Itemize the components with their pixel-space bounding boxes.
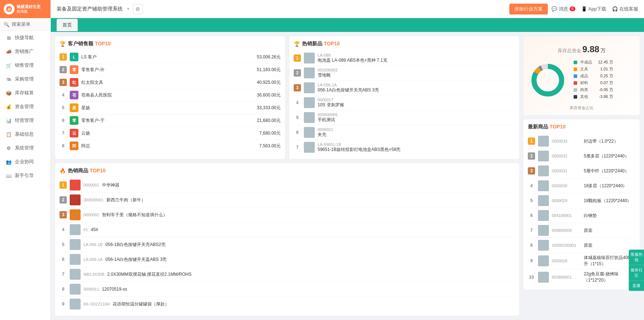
search-menu[interactable]: 🔍 搜索菜单 bbox=[0, 18, 50, 31]
float-btn-hotline[interactable]: 客服热线 bbox=[629, 250, 644, 265]
left-panel: 🏆 客户销售额 TOP10 1 L LS 客户 53,006.26元 2 零 bbox=[55, 36, 519, 316]
list-item: 6 LA-056-1A 056-1A白色按键开关盖ABS 3壳 bbox=[60, 252, 515, 267]
list-item: 7 NB2.0X30B 2.0X30MM双摆花轴.摆花直径2.1MM/ROHS bbox=[60, 267, 515, 282]
sidebar-item-system[interactable]: ⚙ 系统管理 bbox=[0, 141, 50, 155]
product-code: 0000033 bbox=[552, 139, 581, 143]
product-name: 18颗粒板（1220*2440） bbox=[584, 198, 635, 204]
product-name: 2.0X30MM双摆花轴.摆花直径2.1MM/ROHS bbox=[107, 271, 191, 278]
legend-item: 成品 0.25 万 bbox=[574, 73, 613, 79]
avatar: L bbox=[70, 53, 78, 61]
rank-number: 9 bbox=[528, 257, 535, 264]
rank-number: 6 bbox=[60, 256, 67, 263]
rank-number: 7 bbox=[60, 130, 67, 137]
sidebar-item-label: 经营管理 bbox=[15, 117, 34, 124]
float-btn-community[interactable]: 服务社区 bbox=[629, 265, 644, 281]
product-thumb bbox=[70, 299, 81, 309]
product-thumb bbox=[538, 225, 549, 236]
sidebar-item-base-info[interactable]: 📋 基础信息 bbox=[0, 127, 50, 141]
headset-icon: 🎧 bbox=[612, 6, 618, 12]
customer-ranking-card: 🏆 客户销售额 TOP10 1 L LS 客户 53,006.26元 2 零 bbox=[55, 36, 285, 159]
legend-dot bbox=[574, 95, 577, 99]
product-code: 0000030 bbox=[552, 184, 581, 188]
book-icon: 📖 bbox=[5, 172, 12, 179]
product-name: 22g鱼豆腐-烧烤味（1*12*20） bbox=[584, 271, 635, 283]
online-service-item[interactable]: 🎧 在线客服 bbox=[612, 6, 638, 12]
trophy-icon: 🏆 bbox=[294, 41, 300, 47]
megaphone-icon: 📣 bbox=[5, 48, 12, 55]
avatar: 苍 bbox=[70, 91, 78, 99]
legend-name: 肉类 bbox=[580, 87, 592, 93]
legend-value: -0.05 万 bbox=[595, 87, 613, 93]
sidebar-item-sales[interactable]: 🛒 销售管理 bbox=[0, 58, 50, 72]
customer-amount: 7,563.00元 bbox=[259, 143, 281, 149]
product-code: 000800008 bbox=[552, 228, 581, 233]
notification-item[interactable]: 💬 消息 6 bbox=[551, 6, 575, 12]
rank-number: 3 bbox=[294, 84, 301, 91]
legend-item: 其他 -3.86 万 bbox=[574, 94, 613, 99]
search-icon: 🔍 bbox=[4, 22, 9, 27]
sidebar-item-label: 采购管理 bbox=[15, 76, 34, 82]
rank-number: 1 bbox=[528, 138, 535, 145]
customer-name: 红太阳文具 bbox=[81, 79, 254, 86]
customer-amount: 36,600.00元 bbox=[257, 92, 281, 98]
hot-sales-card: 🔥 热销商品 TOP10 1 0000001 中华神器 2 000500001 bbox=[55, 163, 519, 316]
product-thumb bbox=[70, 180, 81, 190]
list-item: 5 LA-056-1B 056-1B白色按键开关壳ABS2壳 bbox=[60, 237, 515, 252]
latest-products-list: 1 0000033 封边带（1.0*22） 2 0000032 5厘多层（122… bbox=[528, 134, 635, 285]
product-code: LA-056-1B bbox=[83, 242, 103, 247]
table-row: 1 L LS 客户 53,006.26元 bbox=[60, 51, 281, 63]
legend-name: 成品 bbox=[580, 73, 592, 79]
product-name: 10S 变刺罗猴 bbox=[318, 102, 344, 108]
topbar-title: 装备及固定资产辅助管理系统 ▼ ⚙ bbox=[57, 4, 506, 14]
rank-number: 8 bbox=[528, 242, 535, 249]
product-name: 智利车子里（规格不知道填什么） bbox=[102, 212, 167, 218]
inventory-label: 库存总资金 bbox=[558, 48, 581, 53]
sidebar-item-guide[interactable]: 📖 新手引导 bbox=[0, 169, 50, 182]
sidebar-item-label: 基础信息 bbox=[15, 131, 34, 138]
app-download-item[interactable]: 📱 App下载 bbox=[581, 6, 606, 12]
people-icon: 👥 bbox=[5, 159, 12, 165]
top-two-col: 🏆 客户销售额 TOP10 1 L LS 客户 53,006.26元 2 零 bbox=[55, 36, 519, 159]
sidebar-item-operations[interactable]: 📊 经营管理 bbox=[0, 114, 50, 127]
sidebar-item-purchase[interactable]: 🛍 采购管理 bbox=[0, 72, 50, 86]
nav-tabs: 首页 bbox=[51, 18, 644, 32]
sidebar-item-quick-nav[interactable]: ⊞ 快捷导航 bbox=[0, 31, 50, 45]
tab-home[interactable]: 首页 bbox=[57, 19, 78, 31]
product-code: 0000028 bbox=[552, 259, 581, 263]
sidebar-item-finance[interactable]: 💰 资金管理 bbox=[0, 100, 50, 114]
product-thumb bbox=[304, 53, 315, 63]
table-row: 7 云 云扬 7,680.00元 bbox=[60, 127, 281, 140]
main-area: 装备及固定资产辅助管理系统 ▼ ⚙ 体验行业方案 💬 消息 6 📱 App下载 … bbox=[51, 0, 644, 320]
customer-amount: 7,680.00元 bbox=[259, 130, 281, 136]
sidebar-item-inventory[interactable]: 📦 库存核算 bbox=[0, 86, 50, 100]
list-item: 6 0000021 夹壳 bbox=[294, 125, 515, 140]
chart-icon: 📊 bbox=[5, 117, 12, 124]
trophy-icon: 🏆 bbox=[60, 41, 66, 47]
product-name: 59651-1B旋转投影灯电池盒ABS黑色+58壳 bbox=[318, 147, 400, 153]
settings-button[interactable]: ⚙ bbox=[133, 4, 143, 14]
rank-number: 9 bbox=[60, 300, 67, 308]
trial-button[interactable]: 体验行业方案 bbox=[509, 4, 548, 15]
product-thumb bbox=[70, 284, 81, 295]
product-code: 0000029 bbox=[552, 198, 581, 203]
product-code: 0000021 bbox=[318, 127, 333, 132]
online-service-label: 在线客服 bbox=[619, 6, 638, 12]
sidebar-item-marketing[interactable]: 📣 营销推广 bbox=[0, 45, 50, 58]
list-item: 2 0000032 5厘多层（1220*2440） bbox=[528, 149, 635, 164]
product-name: 夹壳 bbox=[318, 132, 333, 138]
avatar: 星 bbox=[70, 103, 78, 112]
mobile-icon: 📱 bbox=[581, 6, 587, 12]
product-name: 5厘中纤（1220*2440） bbox=[584, 168, 635, 174]
product-name: 12070519-xs bbox=[102, 287, 127, 292]
product-name: 花语萌恒温分罐罐袋（厚款） bbox=[113, 301, 169, 307]
float-btn-livestream[interactable]: 直播 bbox=[629, 281, 644, 291]
rank-number: 10 bbox=[528, 274, 535, 281]
rank-number: 4 bbox=[60, 226, 67, 233]
sidebar-item-corp[interactable]: 👥 企业协同 bbox=[0, 155, 50, 169]
product-name: 原壶 bbox=[584, 242, 635, 249]
product-thumb bbox=[538, 210, 549, 221]
list-item: 2 001000002 雪地靴 bbox=[294, 66, 515, 81]
donut-chart bbox=[528, 60, 568, 100]
product-name: 雪地靴 bbox=[318, 72, 338, 78]
list-icon: 📋 bbox=[5, 131, 12, 138]
